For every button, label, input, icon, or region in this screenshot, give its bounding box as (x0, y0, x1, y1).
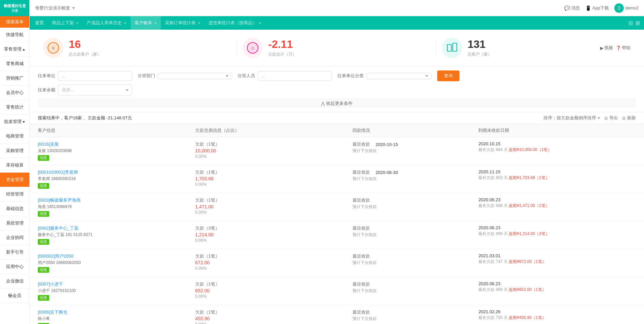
video-button[interactable]: ▶ 视频 (600, 45, 613, 51)
sidebar-item-app-center[interactable]: 应用中心 (0, 260, 29, 274)
filter-dept-select[interactable] (158, 73, 232, 79)
customer-tag-4: 现售 (38, 267, 49, 273)
export-button[interactable]: ⊙ 导出 (604, 115, 618, 121)
customer-phone-0: 吴俊 13026203696 (38, 148, 195, 154)
sidebar-item-purchase-mgmt[interactable]: 采购管理 (0, 144, 29, 158)
filter-source-unit-input[interactable]: ... (58, 71, 132, 81)
tab-close-stock-stats[interactable]: ✕ (259, 21, 261, 25)
sort-label: 排序：按欠款金额倒序排序 (543, 115, 596, 121)
sidebar-item-member[interactable]: 会员中心 (0, 86, 29, 100)
tab-close-customer-account[interactable]: ✕ (154, 21, 157, 25)
debt-amount-6[interactable]: 455.90 (195, 316, 353, 321)
customer-name-link-2[interactable]: [0003]畅捷服务尹海燕 (38, 198, 81, 203)
overdue-date-2: 2020.06.23 (478, 197, 636, 202)
tab-purchase-stats[interactable]: 采购订单统计表 ✕ (161, 16, 204, 30)
col-header-debt: 欠款交易信息（占比） (195, 127, 353, 134)
sidebar-item-retail-mall[interactable]: 零售商城 (0, 57, 29, 71)
recovery-cell-4: 最近收款 预计下次收款 (353, 253, 478, 266)
recovery-label-2: 最近收款 (353, 197, 370, 203)
user-menu-button[interactable]: D demo2 (614, 3, 639, 13)
help-button[interactable]: ❓ 帮助 (616, 45, 631, 51)
customer-name-link-5[interactable]: [0007]小进千 (38, 282, 63, 287)
tab-window-expand-icon[interactable]: ⊞ (636, 20, 640, 26)
debt-amount-3[interactable]: 1,214.00 (195, 232, 353, 237)
sidebar-item-enterprise-wx[interactable]: 企业微信 (0, 274, 29, 289)
chevron-down-class-icon (425, 75, 428, 77)
recovery-label-1: 最近收款 (353, 169, 370, 175)
overdue-amount-5[interactable]: 超期¥652.00（1笔） (509, 287, 546, 292)
filter-person: 分管人员 ... (237, 71, 332, 81)
sidebar-item-basic-info[interactable]: 基础信息 (0, 202, 29, 216)
debt-amount-2[interactable]: 1,471.00 (195, 204, 353, 209)
filter-source-unit-class-select[interactable] (366, 73, 432, 79)
overdue-days-6: 最长欠款 750 天 超期¥455.90（1笔） (478, 315, 636, 321)
customer-cell-5: [0007]小进千 小进千 18279152100 现售 (38, 281, 195, 301)
sidebar-item-inventory[interactable]: 库存核算 (0, 158, 29, 173)
search-menu-button[interactable]: 搜索菜单 (0, 16, 29, 28)
tab-close-products-history[interactable]: ✕ (124, 21, 127, 25)
overdue-cell-6: 2021.02.26 最长欠款 750 天 超期¥455.90（1笔） (478, 309, 636, 321)
collapse-filters-button[interactable]: ⋀ 收起更多条件 (38, 99, 636, 108)
debt-amount-1[interactable]: 1,703.68 (195, 176, 353, 181)
sidebar-item-retail-mgmt[interactable]: 零售管理 ▲ (0, 42, 29, 57)
overdue-amount-0[interactable]: 超期¥10,000.00（1笔） (509, 147, 552, 152)
debt-amount-5[interactable]: 652.00 (195, 288, 353, 293)
sidebar-item-retail-stats[interactable]: 零售统计 (0, 100, 29, 115)
sidebar-item-quick-nav[interactable]: 快捷导航 (0, 28, 29, 42)
debt-amount-0[interactable]: 10,000.00 (195, 148, 353, 153)
stat-number-total-customers: 131 (468, 38, 492, 50)
customer-cell-6: [0006]去下粮仓 陈小希 现售 (38, 309, 195, 324)
refresh-button[interactable]: ⊙ 刷新 (622, 115, 636, 121)
topbar-industry: 母婴行业演示账套 (35, 5, 70, 11)
debt-cell-1: 欠款（1笔） 1,703.68 0.00% (195, 169, 353, 187)
debt-amount-4[interactable]: 672.00 (195, 260, 353, 265)
sidebar-item-enterprise[interactable]: 企业协同 (0, 231, 29, 245)
recovery-next-0: 预计下次收款 (353, 148, 478, 154)
tab-customer-account[interactable]: 客户账本 ✕ (131, 16, 161, 30)
overdue-amount-4[interactable]: 超期¥672.00（1笔） (509, 259, 546, 264)
topbar-dropdown-icon[interactable]: ▼ (72, 6, 76, 10)
overdue-date-4: 2021.03.01 (478, 253, 636, 258)
sidebar-item-vip[interactable]: 畅会员 (0, 289, 29, 303)
tab-close-products-offline[interactable]: ✕ (76, 21, 79, 25)
stat-actions: ▶ 视频 ❓ 帮助 (600, 45, 631, 51)
customer-name-link-1[interactable]: [0001020001]李老师 (38, 170, 78, 175)
sidebar-item-guide[interactable]: 新手引导 (0, 245, 29, 260)
tab-home[interactable]: 首页 (31, 16, 48, 30)
sidebar-item-ecommerce[interactable]: 电商管理 (0, 129, 29, 144)
customer-name-link-6[interactable]: [0006]去下粮仓 (38, 310, 67, 315)
search-button[interactable]: 查询 (437, 70, 459, 81)
tab-stock-stats[interactable]: 进货单统计表（按商品） ✕ (204, 16, 265, 30)
sidebar-item-system[interactable]: 系统管理 (0, 216, 29, 231)
sort-select[interactable]: 排序：按欠款金额倒序排序 (543, 115, 600, 121)
overdue-days-0: 最长欠款 884 天 超期¥10,000.00（1笔） (478, 147, 636, 153)
stats-bar: ¥ 16 总欠款客户（家） ◇ -2.11 欠款合计（ (30, 30, 644, 66)
overdue-amount-6[interactable]: 超期¥455.90（1笔） (509, 315, 546, 320)
tab-products-offline[interactable]: 商品上下架 ✕ (48, 16, 83, 30)
svg-rect-5 (453, 43, 457, 51)
message-button[interactable]: 💬 消息 (564, 5, 580, 11)
stat-label-total-customers: 总客户（家） (468, 52, 492, 57)
overdue-amount-3[interactable]: 超期¥1,214.00（3笔） (509, 231, 549, 236)
debt-percent-2: 0.00% (195, 210, 353, 215)
filter-balance-select[interactable]: 选择... (58, 85, 132, 95)
tab-close-purchase-stats[interactable]: ✕ (198, 21, 200, 25)
filter-person-input[interactable]: ... (258, 71, 332, 81)
customer-name-link-0[interactable]: [0016]吴俊 (38, 142, 59, 147)
customer-name-link-4[interactable]: [000002]用户2050 (38, 254, 74, 259)
tab-products-history[interactable]: 产成品入库单历史 ✕ (83, 16, 131, 30)
customer-name-link-3[interactable]: [0002]服务中心_丁磊 (38, 226, 79, 231)
sidebar-item-finance[interactable]: 资金管理 (0, 173, 29, 187)
overdue-amount-2[interactable]: 超期¥1,471.00（1笔） (509, 203, 549, 208)
overdue-date-6: 2021.02.26 (478, 309, 636, 314)
debt-count-3: 欠款（3笔） (195, 225, 353, 231)
sidebar-item-ops-mgmt[interactable]: 经营管理 (0, 187, 29, 202)
app-download-icon: 📱 (585, 5, 591, 11)
page-content: ¥ 16 总欠款客户（家） ◇ -2.11 欠款合计（ (30, 30, 644, 324)
sidebar-item-marketing[interactable]: 营销推广 (0, 71, 29, 86)
overdue-amount-1[interactable]: 超期¥1,703.68（1笔） (509, 175, 549, 180)
tab-window-collapse-icon[interactable]: ⊟ (628, 20, 633, 26)
col-header-recovery: 回款情况 (353, 127, 478, 134)
sidebar-item-batch-mgmt[interactable]: 批发管理 ▼ (0, 115, 29, 129)
app-download-button[interactable]: 📱 App下载 (585, 5, 609, 11)
